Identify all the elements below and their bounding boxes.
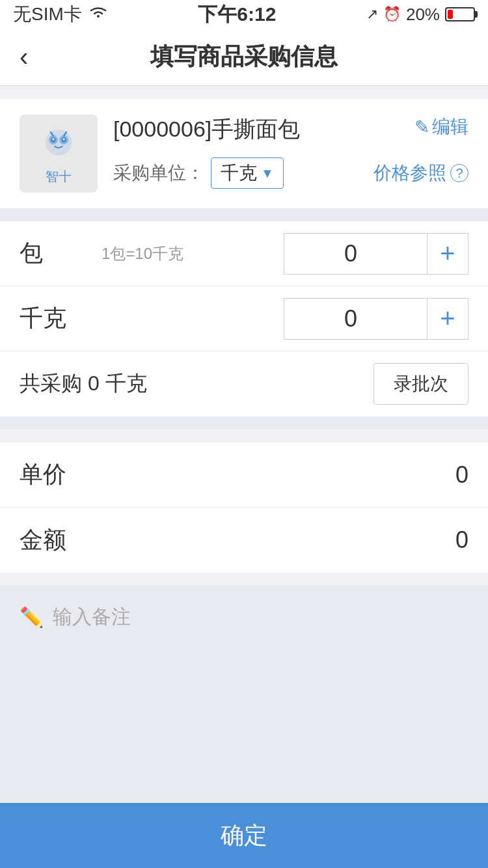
kg-input-row: 千克 + <box>0 286 488 351</box>
product-header: [0000006]手撕面包 ✎ 编辑 <box>113 115 468 144</box>
carrier-label: 无SIM卡 <box>13 2 82 27</box>
kg-input-right: + <box>284 298 468 340</box>
gps-icon: ↗ <box>366 6 378 23</box>
logo-text: 智十 <box>39 168 78 185</box>
status-left: 无SIM卡 <box>13 2 108 27</box>
note-placeholder: 输入备注 <box>53 604 131 631</box>
bao-plus-button[interactable]: + <box>427 233 468 275</box>
info-icon: ? <box>450 164 468 182</box>
status-right: ↗ ⏰ 20% <box>366 5 475 25</box>
edit-button[interactable]: ✎ 编辑 <box>414 115 468 139</box>
confirm-button[interactable]: 确定 <box>0 803 488 868</box>
note-section[interactable]: ✏️ 输入备注 <box>0 586 488 649</box>
page-title: 填写商品采购信息 <box>150 41 338 73</box>
edit-icon: ✎ <box>414 116 429 138</box>
bao-input-right: + <box>284 233 468 275</box>
summary-text: 共采购 0 千克 <box>20 370 147 398</box>
batch-button[interactable]: 录批次 <box>373 363 468 405</box>
product-name: [0000006]手撕面包 <box>113 115 414 144</box>
price-reference-button[interactable]: 价格参照 ? <box>373 161 468 185</box>
kg-plus-button[interactable]: + <box>427 298 468 340</box>
battery-icon <box>445 7 475 21</box>
unit-price-label: 单价 <box>20 459 66 491</box>
kg-label: 千克 <box>20 303 98 334</box>
summary-row: 共采购 0 千克 录批次 <box>0 351 488 416</box>
wifi-icon <box>88 4 108 25</box>
kg-quantity-input[interactable] <box>284 298 427 340</box>
battery-fill <box>448 10 453 19</box>
unit-value: 千克 <box>221 161 257 185</box>
price-section: 单价 0 金额 0 <box>0 442 488 573</box>
nav-bar: ‹ 填写商品采购信息 <box>0 29 488 86</box>
purchase-unit-row: 采购单位： 千克 ▼ 价格参照 ? <box>113 157 468 189</box>
product-info: [0000006]手撕面包 ✎ 编辑 采购单位： 千克 ▼ 价格参照 ? <box>113 115 468 189</box>
confirm-button-label: 确定 <box>221 820 267 852</box>
amount-label: 金额 <box>20 524 66 556</box>
svg-point-5 <box>53 139 55 141</box>
status-time: 下午6:12 <box>198 1 276 28</box>
section-divider-1 <box>0 208 488 221</box>
chevron-down-icon: ▼ <box>261 166 274 181</box>
svg-point-6 <box>63 139 65 141</box>
bao-input-row: 包 1包=10千克 + <box>0 221 488 286</box>
edit-label: 编辑 <box>432 115 468 139</box>
bao-sublabel: 1包=10千克 <box>102 243 183 264</box>
status-bar: 无SIM卡 下午6:12 ↗ ⏰ 20% <box>0 0 488 29</box>
product-thumbnail: 智十 <box>20 115 98 193</box>
unit-price-row: 单价 0 <box>0 442 488 508</box>
amount-value: 0 <box>455 526 468 554</box>
price-ref-label: 价格参照 <box>373 161 446 185</box>
svg-point-0 <box>46 129 72 156</box>
battery-percent: 20% <box>406 5 440 25</box>
back-button[interactable]: ‹ <box>20 42 59 72</box>
bao-label: 包 <box>20 237 98 269</box>
input-section: 包 1包=10千克 + 千克 + <box>0 221 488 351</box>
bao-quantity-input[interactable] <box>284 233 427 275</box>
unit-dropdown[interactable]: 千克 ▼ <box>211 157 284 189</box>
amount-row: 金额 0 <box>0 508 488 573</box>
unit-price-value: 0 <box>455 461 468 489</box>
product-card: 智十 [0000006]手撕面包 ✎ 编辑 采购单位： 千克 ▼ 价格参照 ? <box>0 99 488 208</box>
section-divider-2 <box>0 416 488 429</box>
purchase-unit-label: 采购单位： 千克 ▼ <box>113 157 284 189</box>
purchase-unit-text: 采购单位： <box>113 161 204 185</box>
pencil-icon: ✏️ <box>20 606 44 629</box>
alarm-icon: ⏰ <box>383 6 401 23</box>
